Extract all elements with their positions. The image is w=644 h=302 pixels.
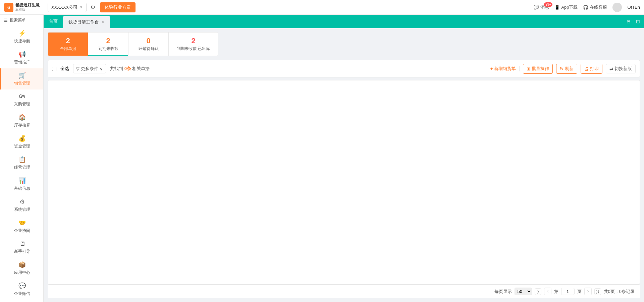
download-icon: 📱 <box>554 5 560 10</box>
sidebar-item-member[interactable]: V 畅会员 <box>0 300 43 302</box>
sidebar-item-basic-info[interactable]: 📊 基础信息 <box>0 174 43 195</box>
found-text: 共找到 0条 相关单据 <box>110 66 150 72</box>
sidebar-item-inventory[interactable]: 🏠 库存核算 <box>0 110 43 131</box>
filter-button[interactable]: ▽ 更多条件 ∨ <box>73 64 106 73</box>
select-all-label: 全选 <box>60 66 69 72</box>
first-page-button[interactable]: ⟨⟨ <box>535 288 541 295</box>
settings-icon[interactable]: ⚙ <box>89 3 97 12</box>
tab-home[interactable]: 首页 <box>44 15 63 28</box>
tab-close-icon[interactable]: × <box>101 20 105 24</box>
stat-shipped[interactable]: 2 到期未收款 已出库 <box>169 33 218 56</box>
empty-state <box>48 80 640 284</box>
enterprise-icon: 🤝 <box>18 219 26 227</box>
switch-version-button[interactable]: ⇄ 切换新版 <box>606 64 636 73</box>
search-icon: ☰ <box>4 18 8 23</box>
company-selector[interactable]: XXXXXX公司 ▼ <box>48 3 87 12</box>
active-tab-label: 钱货日清工作台 <box>68 19 99 25</box>
basic-info-icon: 📊 <box>18 177 26 184</box>
select-all-checkbox[interactable] <box>52 67 56 71</box>
tab-active[interactable]: 钱货日清工作台 × <box>63 16 110 28</box>
stat-shipped-label: 到期未收款 已出库 <box>177 46 210 52</box>
sidebar-item-label: 新手引导 <box>14 249 30 254</box>
sidebar-item-newbie[interactable]: 🖥 新手引导 <box>0 237 43 258</box>
marketing-icon: 📢 <box>18 51 26 58</box>
sidebar-item-marketing[interactable]: 📢 营销推广 <box>0 47 43 68</box>
service-icon: 🎧 <box>583 5 588 10</box>
sidebar: ☰ 搜索菜单 ⚡ 快捷导航 📢 营销推广 🛒 销售管理 🛍 采购管理 🏠 库存核… <box>0 15 44 302</box>
sidebar-item-sales[interactable]: 🛒 销售管理 <box>0 68 43 89</box>
stat-pending-label: 旺铺待确认 <box>139 46 159 52</box>
purchase-icon: 🛍 <box>19 93 25 100</box>
filter-icon: ▽ <box>76 66 79 71</box>
sidebar-item-quick-nav[interactable]: ⚡ 快捷导航 <box>0 26 43 47</box>
app-download-button[interactable]: 📱 App下载 <box>554 4 578 10</box>
page-content: 2 全部单据 2 到期未收款 0 旺铺待确认 2 到期未收款 已出库 <box>44 28 644 302</box>
sidebar-item-wechat[interactable]: 💬 企业微信 <box>0 279 43 300</box>
top-header: 6 畅捷通好生意 标准版 XXXXXX公司 ▼ ⚙ 体验行业方案 💬 消息 99… <box>0 0 644 15</box>
batch-operation-button[interactable]: ⊞ 批量操作 <box>523 64 553 74</box>
refresh-icon: ↻ <box>560 66 564 71</box>
app-subtitle: 标准版 <box>15 8 40 12</box>
next-page-button[interactable]: ﹥ <box>584 288 592 295</box>
sidebar-item-label: 企业微信 <box>14 291 30 297</box>
sidebar-item-purchase[interactable]: 🛍 采购管理 <box>0 89 43 110</box>
sidebar-item-enterprise[interactable]: 🤝 企业协同 <box>0 216 43 237</box>
divider <box>519 66 520 71</box>
batch-label: 批量操作 <box>532 66 549 72</box>
filter-label: 更多条件 <box>81 66 98 72</box>
username-label: OfTEn <box>627 5 640 10</box>
sidebar-item-label: 采购管理 <box>14 101 30 107</box>
message-button[interactable]: 💬 消息 99+ <box>534 4 549 10</box>
online-service-button[interactable]: 🎧 在线客服 <box>583 4 607 10</box>
found-prefix: 共找到 <box>110 66 123 71</box>
sidebar-item-label: 应用中心 <box>14 270 30 276</box>
page-input[interactable] <box>561 288 575 295</box>
tab-bar: 首页 钱货日清工作台 × ⊟ ⊡ <box>44 15 644 28</box>
stat-overdue[interactable]: 2 到期未收款 <box>88 33 128 56</box>
newbie-icon: 🖥 <box>19 240 25 247</box>
sidebar-item-label: 销售管理 <box>14 80 30 86</box>
sidebar-item-label: 基础信息 <box>14 186 30 191</box>
prev-page-button[interactable]: ﹤ <box>544 288 551 295</box>
stat-shipped-num: 2 <box>192 37 196 45</box>
table-area <box>48 80 640 285</box>
refresh-button[interactable]: ↻ 刷新 <box>556 64 577 74</box>
sidebar-item-label: 系统管理 <box>14 207 30 213</box>
logo-text: 畅捷通好生意 标准版 <box>15 3 40 11</box>
switch-icon: ⇄ <box>609 66 613 71</box>
inventory-icon: 🏠 <box>18 114 26 121</box>
print-button[interactable]: 🖨 打印 <box>581 64 602 74</box>
sidebar-item-label: 快捷导航 <box>14 38 30 44</box>
per-page-label: 每页显示 <box>494 289 512 295</box>
tab-maximize-icon[interactable]: ⊡ <box>635 17 641 25</box>
main-layout: ☰ 搜索菜单 ⚡ 快捷导航 📢 营销推广 🛒 销售管理 🛍 采购管理 🏠 库存核… <box>0 15 644 302</box>
sidebar-item-finance[interactable]: 💰 资金管理 <box>0 131 43 153</box>
sidebar-item-operations[interactable]: 📋 经营管理 <box>0 153 43 174</box>
avatar[interactable] <box>612 3 622 12</box>
sidebar-item-label: 营销推广 <box>14 59 30 65</box>
search-menu-button[interactable]: ☰ 搜索菜单 <box>0 15 43 26</box>
app-center-icon: 📦 <box>18 261 26 268</box>
wechat-icon: 💬 <box>18 282 26 290</box>
stat-all[interactable]: 2 全部单据 <box>48 33 88 56</box>
pagination-bar: 每页显示 50 10 20 100 ⟨⟨ ﹤ 第 页 ﹥ ⟩⟩ 共0页，0条记录 <box>48 285 640 298</box>
sidebar-item-label: 库存核算 <box>14 122 30 128</box>
filter-arrow-icon: ∨ <box>100 66 103 71</box>
sidebar-item-label: 经营管理 <box>14 165 30 170</box>
found-count: 0条 <box>124 66 131 71</box>
sidebar-item-system[interactable]: ⚙ 系统管理 <box>0 195 43 216</box>
sidebar-item-app-center[interactable]: 📦 应用中心 <box>0 258 43 279</box>
per-page-select[interactable]: 50 10 20 100 <box>515 288 532 295</box>
last-page-button[interactable]: ⟩⟩ <box>594 288 601 295</box>
message-icon: 💬 <box>534 5 539 10</box>
stat-all-num: 2 <box>66 37 70 45</box>
print-icon: 🖨 <box>584 66 589 71</box>
logo-icon: 6 <box>4 3 13 12</box>
toolbar: 全选 ▽ 更多条件 ∨ 共找到 0条 相关单据 + 新增销货单 ⊞ 批量操作 <box>48 60 640 77</box>
new-order-button[interactable]: + 新增销货单 <box>490 66 516 72</box>
found-suffix: 相关单据 <box>132 66 150 71</box>
trial-button[interactable]: 体验行业方案 <box>100 2 136 12</box>
total-label: 共0页，0条记录 <box>604 289 635 295</box>
stat-pending[interactable]: 0 旺铺待确认 <box>128 33 169 56</box>
tab-minimize-icon[interactable]: ⊟ <box>625 17 632 25</box>
